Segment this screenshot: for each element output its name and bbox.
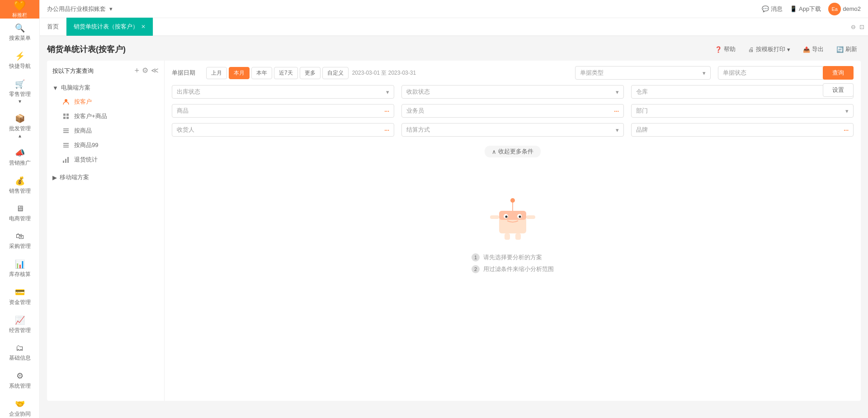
svg-rect-1	[63, 114, 66, 116]
salesperson-label: 业务员	[406, 107, 424, 115]
consignee-select[interactable]: 收货人 ···	[172, 123, 394, 137]
print-btn[interactable]: 🖨 按模板打印 ▾	[745, 43, 794, 55]
sidebar-item-search-label: 搜索菜单	[9, 34, 31, 42]
sidebar-item-enterprise[interactable]: 🤝 企业协同	[0, 394, 40, 418]
sidebar-item-purchase[interactable]: 🛍 采购管理	[0, 227, 40, 255]
sidebar-item-retail[interactable]: 🛒 零售管理 ▾	[0, 75, 40, 109]
sidebar-item-marketing[interactable]: 📣 营销推广	[0, 143, 40, 171]
scheme-item-return-stat[interactable]: 退货统计	[56, 152, 164, 167]
help-label: 帮助	[724, 45, 736, 53]
empty-illustration	[486, 188, 540, 242]
scheme-item-by-goods-99[interactable]: 按商品99	[56, 138, 164, 152]
collapse-label: 收起更多条件	[498, 147, 533, 156]
sidebar-item-search[interactable]: 🔍 搜索菜单	[0, 19, 40, 47]
settlement-select[interactable]: 结算方式 ▾	[401, 123, 624, 137]
export-btn[interactable]: 📤 导出	[799, 43, 827, 55]
header-left: 办公用品行业模拟账套 ▾	[47, 5, 113, 13]
scheme-group-desktop-title[interactable]: ▼ 电脑端方案	[47, 81, 164, 95]
department-chevron: ▾	[845, 108, 849, 114]
sidebar-item-finance[interactable]: 💳 资金管理	[0, 283, 40, 311]
sidebar-item-operations-label: 经营管理	[9, 327, 31, 334]
industry-name: 办公用品行业模拟账套	[47, 5, 106, 13]
sidebar-item-basic-label: 基础信息	[9, 354, 31, 362]
dropdown-chevron[interactable]: ▾	[109, 5, 113, 12]
sidebar-item-ecommerce[interactable]: 🖥 电商管理	[0, 200, 40, 227]
payment-status-select[interactable]: 收款状态 ▾	[401, 85, 624, 99]
date-filter-label: 单据日期	[172, 69, 199, 77]
tab-home-label: 首页	[47, 23, 59, 31]
header-right: 💬 消息 📱 App下载 Ea demo2	[762, 3, 861, 15]
scheme-add-btn[interactable]: +	[134, 66, 139, 76]
main-panel: 按以下方案查询 + ⚙ ≪ ▼ 电脑端方案	[47, 61, 861, 401]
goods-dots-icon: ···	[384, 108, 389, 114]
minimize-icon[interactable]: ⊖	[851, 24, 856, 30]
wholesale-icon: 📦	[15, 114, 25, 124]
sidebar-item-sales-label: 销售管理	[9, 187, 31, 195]
settlement-chevron: ▾	[616, 127, 619, 133]
sidebar-item-purchase-label: 采购管理	[9, 242, 31, 250]
salesperson-select[interactable]: 业务员 ···	[401, 104, 624, 118]
svg-rect-24	[505, 233, 510, 240]
settings-button[interactable]: 设置	[823, 83, 854, 97]
scheme-settings-btn[interactable]: ⚙	[142, 66, 148, 76]
sidebar-item-wholesale[interactable]: 📦 批发管理 ▴	[0, 109, 40, 143]
date-btn-more[interactable]: 更多	[300, 67, 321, 79]
app-download-btn[interactable]: 📱 App下载	[790, 5, 821, 13]
scheme-item-by-goods-label: 按商品	[74, 127, 92, 135]
page-header: 销货单统计表(按客户) ❓ 帮助 🖨 按模板打印 ▾ 📤 导出 🔄 刷新	[47, 43, 861, 55]
filter-row-status: 出库状态 ▾ 收款状态 ▾ 仓库 ···	[172, 85, 854, 99]
tip-2-text: 用过滤条件来缩小分析范围	[483, 263, 554, 275]
bill-type-chevron: ▾	[703, 70, 706, 76]
svg-rect-7	[63, 132, 69, 133]
tab-close-icon[interactable]: ✕	[141, 24, 146, 30]
maximize-icon[interactable]: ⊡	[859, 24, 864, 30]
brand-select[interactable]: 品牌 ···	[631, 123, 854, 137]
salesperson-dots-icon: ···	[614, 108, 619, 114]
message-icon: 💬	[762, 5, 769, 12]
scheme-collapse-btn[interactable]: ≪	[151, 66, 159, 76]
basic-icon: 🗂	[16, 343, 24, 353]
user-profile-btn[interactable]: Ea demo2	[828, 3, 861, 15]
date-btn-last-month[interactable]: 上月	[206, 67, 227, 79]
out-status-chevron: ▾	[386, 89, 389, 95]
refresh-btn[interactable]: 🔄 刷新	[833, 43, 861, 55]
date-btn-this-month[interactable]: 本月	[229, 67, 250, 79]
message-btn[interactable]: 💬 消息	[762, 5, 783, 13]
department-select[interactable]: 部门 ▾	[631, 104, 854, 118]
sidebar-item-inventory[interactable]: 📊 库存核算	[0, 255, 40, 283]
quicknav-icon: ⚡	[15, 51, 25, 61]
warehouse-select[interactable]: 仓库 ···	[631, 85, 854, 99]
svg-rect-4	[66, 117, 69, 119]
help-btn[interactable]: ❓ 帮助	[711, 43, 739, 55]
sidebar-item-operations[interactable]: 📈 经营管理	[0, 311, 40, 339]
sidebar-item-sales[interactable]: 💰 销售管理	[0, 171, 40, 200]
query-button[interactable]: 查询	[823, 66, 854, 80]
date-btn-last-7-days[interactable]: 近7天	[274, 67, 298, 79]
scheme-group-mobile-title[interactable]: ▶ 移动端方案	[47, 171, 164, 184]
collapse-button[interactable]: ∧ 收起更多条件	[485, 146, 541, 157]
print-dropdown-icon[interactable]: ▾	[787, 46, 790, 53]
goods-select[interactable]: 商品 ···	[172, 104, 394, 118]
scheme-item-by-customer-goods[interactable]: 按客户+商品	[56, 109, 164, 124]
tab-sales-stat[interactable]: 销货单统计表（按客户） ✕	[66, 18, 153, 36]
main-area: 办公用品行业模拟账套 ▾ 💬 消息 📱 App下载 Ea demo2 首页	[40, 0, 868, 418]
tabs-bar: 首页 销货单统计表（按客户） ✕ ⊖ ⊡	[40, 18, 868, 36]
bill-type-select[interactable]: 单据类型 ▾	[575, 66, 711, 80]
sidebar-item-quicknav[interactable]: ⚡ 快捷导航	[0, 47, 40, 75]
goods-label: 商品	[177, 107, 189, 115]
date-btn-custom[interactable]: 自定义	[322, 67, 349, 79]
tab-home[interactable]: 首页	[40, 18, 66, 36]
sidebar-item-basic[interactable]: 🗂 基础信息	[0, 339, 40, 366]
out-status-select[interactable]: 出库状态 ▾	[172, 85, 394, 99]
sidebar-item-system[interactable]: ⚙ 系统管理	[0, 366, 40, 394]
sidebar: 🧡 标推栏 🔍 搜索菜单 ⚡ 快捷导航 🛒 零售管理 ▾ 📦 批发管理 ▴ 📣 …	[0, 0, 40, 418]
date-btn-this-year[interactable]: 本年	[251, 67, 272, 79]
scheme-item-by-customer[interactable]: 按客户	[56, 95, 164, 109]
scheme-item-by-goods[interactable]: 按商品	[56, 124, 164, 138]
search-icon: 🔍	[15, 23, 25, 33]
export-icon: 📤	[803, 46, 810, 53]
sidebar-item-enterprise-label: 企业协同	[9, 410, 31, 418]
filter-row-date: 单据日期 上月 本月 本年 近7天 更多 自定义 2023-03-01 至 20…	[172, 66, 854, 80]
collapse-bar: ∧ 收起更多条件	[172, 142, 854, 161]
sales-icon: 💰	[15, 176, 25, 186]
